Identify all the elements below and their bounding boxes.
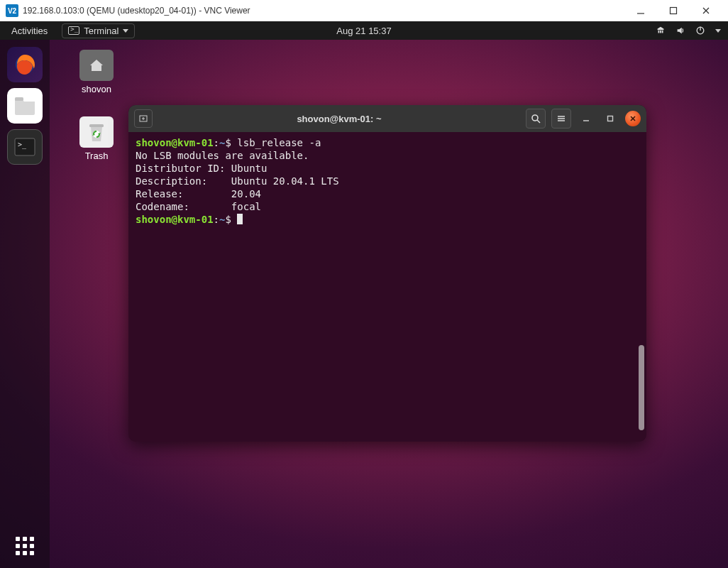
grid-icon	[16, 537, 34, 555]
vnc-logo-icon: V2	[6, 4, 18, 17]
terminal-maximize-button[interactable]	[601, 109, 619, 128]
new-tab-button[interactable]	[134, 109, 153, 128]
show-applications-button[interactable]	[0, 537, 50, 555]
output-line: Release: 20.04	[136, 188, 261, 200]
terminal-body[interactable]: shovon@kvm-01:~$ lsb_release -a No LSB m…	[128, 132, 646, 442]
vnc-title: 192.168.0.103:0 (QEMU (udesktop20_04-01)…	[23, 6, 250, 16]
svg-rect-7	[15, 97, 23, 101]
app-menu-label: Terminal	[84, 26, 118, 36]
terminal-minimize-button[interactable]	[577, 109, 595, 128]
terminal-headerbar: shovon@kvm-01: ~	[128, 105, 646, 132]
terminal-icon: >_	[14, 138, 35, 156]
cursor	[237, 214, 243, 224]
chevron-down-icon	[123, 29, 128, 33]
terminal-icon	[68, 26, 79, 35]
window-close-button[interactable]	[690, 0, 722, 21]
svg-text:>_: >_	[18, 141, 27, 149]
dock-files[interactable]	[7, 88, 43, 124]
command-text: lsb_release -a	[237, 137, 321, 148]
svg-rect-21	[608, 116, 613, 121]
system-tray[interactable]	[656, 26, 721, 36]
vnc-titlebar: V2 192.168.0.103:0 (QEMU (udesktop20_04-…	[0, 0, 728, 21]
menu-button[interactable]	[551, 109, 571, 129]
svg-rect-10	[89, 124, 104, 127]
desktop-home-folder[interactable]: shovon	[74, 50, 119, 94]
prompt-symbol: $	[225, 214, 231, 225]
desktop[interactable]: >_ shovon Trash shovon@kvm-01: ~	[0, 40, 728, 568]
terminal-title: shovon@kvm-01: ~	[158, 114, 520, 124]
search-icon	[531, 114, 541, 124]
window-minimize-button[interactable]	[624, 0, 657, 21]
terminal-window: shovon@kvm-01: ~ shovon@kvm-01:~$ lsb_re…	[128, 105, 646, 442]
svg-point-15	[532, 115, 538, 121]
firefox-icon	[13, 53, 37, 77]
trash-icon	[87, 121, 106, 143]
desktop-trash[interactable]: Trash	[74, 116, 119, 161]
dock: >_	[0, 40, 50, 568]
svg-line-16	[537, 120, 540, 123]
desktop-trash-label: Trash	[85, 151, 109, 161]
clock[interactable]: Aug 21 15:37	[336, 26, 391, 36]
svg-rect-1	[671, 8, 677, 14]
scrollbar-thumb[interactable]	[639, 345, 644, 430]
window-maximize-button[interactable]	[657, 0, 690, 21]
folder-icon	[13, 95, 36, 116]
activities-button[interactable]: Activities	[7, 24, 52, 38]
app-menu-button[interactable]: Terminal	[62, 23, 135, 38]
chevron-down-icon	[715, 29, 721, 33]
hamburger-icon	[556, 114, 566, 124]
desktop-home-label: shovon	[82, 84, 111, 94]
prompt-user: shovon@kvm-01	[136, 137, 214, 148]
terminal-close-button[interactable]	[625, 111, 641, 126]
prompt-user: shovon@kvm-01	[136, 214, 214, 225]
home-icon	[89, 58, 104, 72]
gnome-top-bar: Activities Terminal Aug 21 15:37	[0, 21, 728, 40]
close-icon	[629, 115, 636, 122]
network-icon	[656, 26, 666, 36]
volume-icon	[675, 26, 685, 36]
output-line: No LSB modules are available.	[136, 150, 309, 161]
output-line: Codename: focal	[136, 201, 261, 212]
power-icon	[695, 26, 705, 36]
new-tab-icon	[138, 114, 148, 124]
output-line: Description: Ubuntu 20.04.1 LTS	[136, 175, 339, 187]
dock-terminal[interactable]: >_	[7, 129, 43, 165]
prompt-symbol: $	[225, 137, 231, 148]
search-button[interactable]	[526, 109, 546, 129]
dock-firefox[interactable]	[7, 47, 43, 82]
output-line: Distributor ID: Ubuntu	[136, 163, 267, 174]
